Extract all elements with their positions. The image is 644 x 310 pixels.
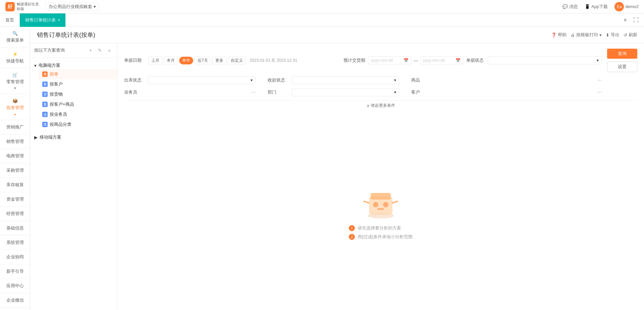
- sidebar-item-member[interactable]: 畅会员: [0, 308, 30, 310]
- help-button[interactable]: ❓ 帮助: [551, 32, 567, 38]
- sidebar-item-purchase[interactable]: 采购管理: [0, 163, 30, 178]
- export-button[interactable]: ⬇ 导出: [606, 32, 620, 38]
- download-icon: 📱: [585, 4, 590, 9]
- add-scheme-button[interactable]: +: [87, 47, 94, 54]
- pc-schemes: 单 按单 客 按客户 货 按货物 客 按客户+商: [30, 69, 117, 130]
- empty-illustration: [361, 186, 401, 220]
- app-download-button[interactable]: 📱 App下载: [585, 4, 608, 10]
- message-button[interactable]: 💬 消息: [562, 4, 578, 10]
- order-status-label: 单据状态: [466, 57, 485, 63]
- chevron-up-icon: ▴: [14, 112, 16, 116]
- chevron-down-icon: ▾: [394, 78, 396, 83]
- sidebar-item-search[interactable]: 🔍 搜索菜单: [0, 27, 30, 48]
- message-icon: 💬: [562, 4, 568, 9]
- expected-date-end-input[interactable]: yyyy-mm-dd 📅: [420, 56, 464, 64]
- sidebar-item-enterprise[interactable]: 企业协同: [0, 250, 30, 264]
- logo-area: 好 畅捷通好生意 标版: [5, 2, 39, 11]
- scheme-item-by-customer-goods[interactable]: 客 按客户+商品: [38, 99, 117, 109]
- sidebar-item-app-center[interactable]: 应用中心: [0, 279, 30, 293]
- filter-row-2: 出库状态 ▾ 收款状态 ▾ 商品 ···: [124, 76, 637, 84]
- empty-tip-2: 2 用[过滤]条件来缩小分析范围: [349, 234, 412, 240]
- empty-tips: 1 请先选择要分析的方案 2 用[过滤]条件来缩小分析范围: [349, 225, 412, 240]
- company-selector[interactable]: 办公用品行业模拟账套 ▾: [46, 3, 99, 11]
- tab-close-icon[interactable]: ×: [58, 18, 60, 22]
- content-area: 销售订单统计表(按单) ❓ 帮助 🖨 按模板打印 ▾ ⬇ 导出 ↺ 刷新: [30, 27, 644, 310]
- main-layout: 🔍 搜索菜单 ⚡ 快捷导航 🛒 零售管理 ▾ 📦 批发管理 ▴ 营销推广 销售管…: [0, 27, 644, 310]
- sidebar-item-finance[interactable]: 资金管理: [0, 192, 30, 207]
- sidebar-item-operations[interactable]: 经营管理: [0, 207, 30, 221]
- shipment-status-select[interactable]: ▾: [148, 76, 256, 84]
- chevron-down-icon: ▾: [394, 90, 396, 95]
- tab-bar: 首页 销售订单统计表 × × ⛶: [0, 13, 644, 27]
- scheme-item-by-goods[interactable]: 货 按货物: [38, 89, 117, 99]
- chevron-down-icon: ▾: [34, 63, 37, 68]
- sidebar-item-system[interactable]: 系统管理: [0, 236, 30, 250]
- scheme-item-by-salesman[interactable]: 业 按业务员: [38, 109, 117, 119]
- chevron-down-icon: ▾: [251, 78, 253, 83]
- top-bar-right: 💬 消息 📱 App下载 Ea demo2: [562, 2, 639, 11]
- salesman-label: 业务员: [124, 89, 143, 95]
- tab-sales-order-stats[interactable]: 销售订单统计表 ×: [20, 13, 66, 27]
- date-filter-buttons: 上月 本月 本年 近7天 更多 自定义 2023-01-01 至 2023-12…: [148, 57, 297, 64]
- chevron-up-icon: ∧: [367, 103, 370, 108]
- date-range-text: 2023-01-01 至 2023-12-31: [250, 58, 297, 63]
- scheme-item-by-customer[interactable]: 客 按客户: [38, 79, 117, 89]
- goods-label: 商品: [411, 77, 430, 83]
- customer-more-button[interactable]: ···: [597, 89, 602, 95]
- calendar-icon: 📅: [404, 58, 409, 63]
- sidebar-item-marketing[interactable]: 营销推广: [0, 120, 30, 135]
- settings-button[interactable]: 设置: [607, 61, 637, 72]
- query-button[interactable]: 查询: [607, 49, 637, 59]
- date-btn-this-year[interactable]: 本年: [179, 57, 193, 64]
- tab-home[interactable]: 首页: [0, 13, 20, 27]
- date-btn-last-7-days[interactable]: 近7天: [195, 57, 211, 64]
- goods-more-button[interactable]: ···: [597, 77, 602, 83]
- sidebar-item-ecommerce[interactable]: 电商管理: [0, 149, 30, 163]
- sidebar-item-base-info[interactable]: 基础信息: [0, 221, 30, 236]
- order-status-select[interactable]: ▾: [488, 56, 602, 64]
- salesman-more-button[interactable]: ···: [251, 89, 256, 95]
- collapse-panel-button[interactable]: «: [106, 47, 113, 54]
- wholesale-icon: 📦: [12, 98, 18, 103]
- retail-icon: 🛒: [12, 72, 18, 78]
- svg-rect-5: [377, 208, 384, 210]
- sidebar-item-quick-nav[interactable]: ⚡ 快捷导航: [0, 48, 30, 68]
- date-btn-last-month[interactable]: 上月: [148, 57, 162, 64]
- scheme-item-by-category[interactable]: 类 按商品分类: [38, 119, 117, 130]
- close-all-tabs-button[interactable]: ×: [621, 16, 629, 24]
- date-btn-custom[interactable]: 自定义: [228, 57, 246, 64]
- pc-section-header: ▾ 电脑端方案: [30, 60, 117, 69]
- refresh-button[interactable]: ↺ 刷新: [624, 32, 637, 38]
- expected-date-start-input[interactable]: yyyy-mm-dd 📅: [368, 56, 412, 64]
- empty-state: 1 请先选择要分析的方案 2 用[过滤]条件来缩小分析范围: [117, 116, 644, 310]
- user-menu[interactable]: Ea demo2: [614, 2, 639, 11]
- tip-num-2: 2: [349, 234, 355, 240]
- sidebar-item-sales[interactable]: 销售管理: [0, 135, 30, 149]
- sidebar-item-inventory[interactable]: 库存核算: [0, 178, 30, 192]
- filter-row-1: 单据日期 上月 本月 本年 近7天 更多 自定义 2023-01-01 至 20…: [124, 49, 637, 72]
- sidebar-item-newbie[interactable]: 新手引导: [0, 264, 30, 279]
- avatar: Ea: [614, 2, 624, 11]
- scheme-item-by-order[interactable]: 单 按单: [38, 69, 117, 79]
- tip-num-1: 1: [349, 225, 355, 231]
- export-icon: ⬇: [606, 33, 609, 38]
- print-icon: 🖨: [571, 33, 575, 38]
- panel-toolbar: + ✎ «: [87, 47, 113, 54]
- edit-scheme-button[interactable]: ✎: [96, 47, 104, 54]
- sidebar-item-retail[interactable]: 🛒 零售管理 ▾: [0, 68, 30, 94]
- collapse-filter-button[interactable]: ∧ 收起更多条件: [124, 100, 637, 110]
- payment-status-select[interactable]: ▾: [292, 76, 399, 84]
- date-btn-more[interactable]: 更多: [212, 57, 226, 64]
- expected-date-group: yyyy-mm-dd 📅 — yyyy-mm-dd 📅: [368, 56, 464, 64]
- expected-date-label: 预计交货期: [343, 57, 365, 63]
- right-content: 单据日期 上月 本月 本年 近7天 更多 自定义 2023-01-01 至 20…: [117, 43, 644, 310]
- customer-label: 客户: [411, 89, 430, 95]
- date-btn-this-month[interactable]: 本月: [164, 57, 178, 64]
- print-template-button[interactable]: 🖨 按模板打印 ▾: [571, 32, 602, 38]
- sidebar-item-wechat[interactable]: 企业微信: [0, 293, 30, 308]
- fullscreen-button[interactable]: ⛶: [632, 16, 640, 24]
- page-header: 销售订单统计表(按单) ❓ 帮助 🖨 按模板打印 ▾ ⬇ 导出 ↺ 刷新: [30, 27, 644, 43]
- sidebar-item-wholesale[interactable]: 📦 批发管理 ▴: [0, 94, 30, 120]
- dept-select[interactable]: ▾: [292, 88, 399, 96]
- date-filter-label: 单据日期: [124, 57, 143, 63]
